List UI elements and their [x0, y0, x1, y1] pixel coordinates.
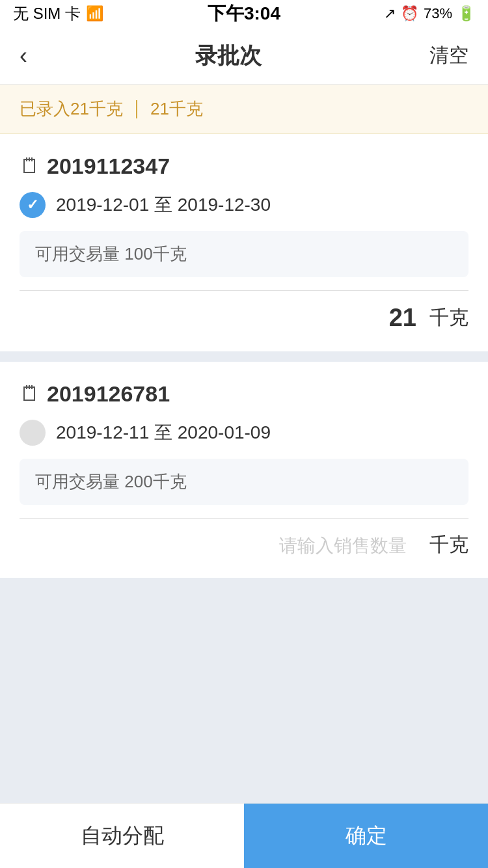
bottom-bar: 自动分配 确定	[0, 803, 488, 868]
wifi-icon: 📶	[86, 5, 103, 22]
batch2-date-row[interactable]: 2019-12-11 至 2020-01-09	[0, 413, 488, 452]
confirm-button[interactable]: 确定	[244, 804, 488, 868]
batch1-date: 2019-12-01 至 2019-12-30	[56, 193, 271, 217]
alarm-icon: ⏰	[401, 5, 418, 22]
status-bar: 无 SIM 卡 📶 下午3:04 ↗ ⏰ 73% 🔋	[0, 0, 488, 27]
batch2-card: 🗒 2019126781 2019-12-11 至 2020-01-09 可用交…	[0, 362, 488, 578]
batch1-checkmark: ✓	[27, 197, 38, 213]
batch1-icon: 🗒	[20, 154, 40, 178]
status-right: ↗ ⏰ 73% 🔋	[384, 5, 475, 22]
page-title: 录批次	[195, 41, 262, 71]
section-separator-1	[0, 351, 488, 362]
batch2-unit: 千克	[429, 532, 468, 558]
batch1-date-row[interactable]: ✓ 2019-12-01 至 2019-12-30	[0, 185, 488, 224]
battery-text: 73%	[424, 5, 452, 22]
battery-icon: 🔋	[457, 5, 475, 22]
nav-bar: ‹ 录批次 清空	[0, 27, 488, 85]
batch2-date: 2019-12-11 至 2020-01-09	[56, 420, 271, 445]
summary-divider	[136, 100, 137, 118]
batch1-header: 🗒 2019112347	[0, 134, 488, 185]
no-sim-text: 无 SIM 卡	[13, 3, 81, 24]
batch1-unit: 千克	[429, 305, 468, 331]
batch2-available: 可用交易量 200千克	[35, 472, 187, 491]
summary-bar: 已录入21千克 21千克	[0, 85, 488, 134]
status-left: 无 SIM 卡 📶	[13, 3, 103, 24]
back-button[interactable]: ‹	[20, 42, 27, 70]
location-icon: ↗	[384, 5, 396, 22]
status-time: 下午3:04	[208, 1, 280, 26]
summary-label: 已录入21千克	[20, 98, 123, 120]
batch2-quantity-input[interactable]	[156, 533, 416, 557]
batch1-radio[interactable]: ✓	[20, 192, 46, 218]
batch2-radio[interactable]	[20, 420, 46, 446]
main-content: 已录入21千克 21千克 🗒 2019112347 ✓ 2019-12-01 至…	[0, 85, 488, 868]
batch2-input-row: 千克	[0, 519, 488, 578]
batch1-quantity: 21	[389, 304, 416, 332]
batch1-available-box: 可用交易量 100千克	[20, 231, 468, 277]
batch1-available: 可用交易量 100千克	[35, 244, 187, 264]
batch2-id: 2019126781	[47, 381, 170, 407]
batch2-available-box: 可用交易量 200千克	[20, 459, 468, 505]
batch2-header: 🗒 2019126781	[0, 362, 488, 413]
summary-value: 21千克	[150, 98, 203, 120]
batch1-quantity-row: 21 千克	[0, 291, 488, 351]
auto-distribute-button[interactable]: 自动分配	[0, 804, 244, 868]
batch1-id: 2019112347	[47, 154, 170, 179]
batch2-icon: 🗒	[20, 382, 40, 406]
batch1-card: 🗒 2019112347 ✓ 2019-12-01 至 2019-12-30 可…	[0, 134, 488, 351]
clear-button[interactable]: 清空	[429, 42, 468, 69]
